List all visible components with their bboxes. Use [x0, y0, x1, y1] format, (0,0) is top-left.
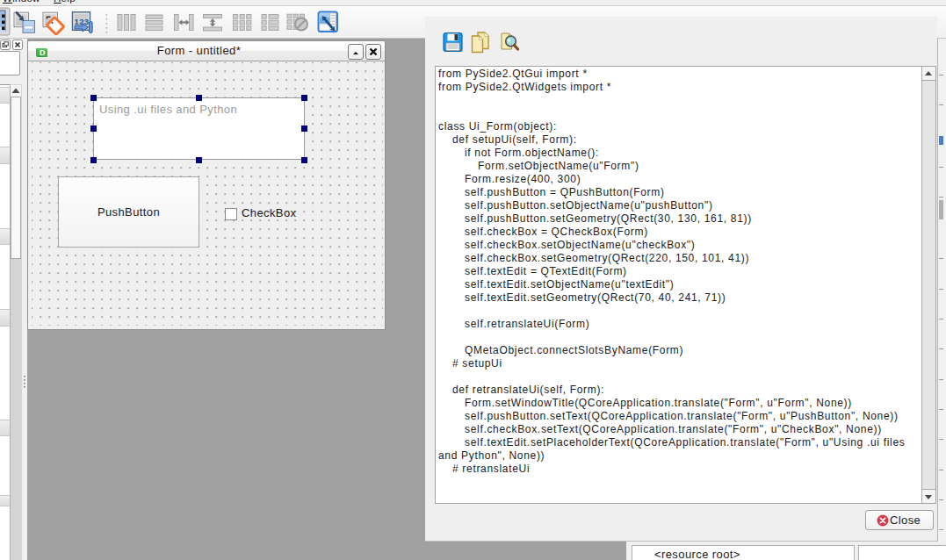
svg-text:D: D: [40, 48, 46, 57]
svg-text:123: 123: [75, 17, 90, 26]
